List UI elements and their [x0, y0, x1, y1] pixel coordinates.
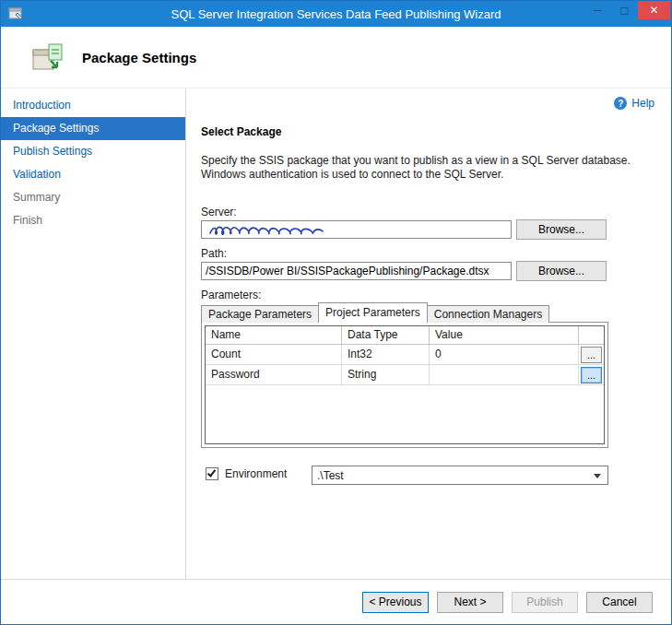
- column-header-name: Name: [206, 326, 342, 344]
- sidebar-item-summary: Summary: [1, 186, 185, 209]
- tab-package-parameters[interactable]: Package Parameters: [201, 305, 319, 323]
- sidebar-item-finish: Finish: [1, 209, 185, 232]
- window-title: SQL Server Integration Services Data Fee…: [1, 7, 671, 21]
- environment-label: Environment: [225, 467, 287, 480]
- wizard-steps-sidebar: Introduction Package Settings Publish Se…: [1, 88, 186, 579]
- server-input-field[interactable]: [202, 221, 511, 238]
- wizard-header: Package Settings: [1, 27, 671, 88]
- parameters-tabs: Package Parameters Project Parameters Co…: [201, 302, 548, 323]
- page-title: Package Settings: [82, 50, 196, 65]
- page-content: ? Help Select Package Specify the SSIS p…: [186, 88, 671, 579]
- param-value-ellipsis-button[interactable]: ...: [581, 347, 602, 363]
- section-description: Specify the SSIS package that you want t…: [201, 154, 643, 182]
- column-header-value: Value: [430, 326, 579, 344]
- help-link[interactable]: ? Help: [614, 97, 654, 110]
- sidebar-item-publish-settings[interactable]: Publish Settings: [1, 140, 185, 163]
- app-icon: [8, 6, 24, 21]
- path-browse-button[interactable]: Browse...: [516, 261, 607, 281]
- publish-button: Publish: [512, 592, 578, 613]
- window-controls: ─ □ ✕: [584, 1, 670, 19]
- parameters-tab-panel: Name Data Type Value Count Int32 0 ...: [201, 322, 608, 448]
- param-type-cell: Int32: [342, 345, 430, 364]
- cancel-button[interactable]: Cancel: [586, 592, 653, 613]
- title-bar: SQL Server Integration Services Data Fee…: [1, 1, 671, 27]
- package-settings-icon: [29, 39, 65, 76]
- server-browse-button[interactable]: Browse...: [516, 219, 607, 240]
- column-header-actions: [579, 326, 604, 344]
- tab-project-parameters[interactable]: Project Parameters: [318, 302, 428, 323]
- wizard-footer: < Previous Next > Publish Cancel: [1, 579, 671, 624]
- param-actions-cell: ...: [579, 365, 604, 384]
- environment-checkbox[interactable]: [206, 467, 218, 480]
- help-label: Help: [631, 97, 654, 110]
- column-header-data-type: Data Type: [342, 326, 430, 344]
- section-title: Select Package: [201, 125, 281, 138]
- param-value-cell[interactable]: 0: [430, 345, 579, 364]
- chevron-down-icon: [594, 474, 601, 478]
- environment-selected-value: .\Test: [317, 469, 344, 482]
- param-value-ellipsis-button[interactable]: ...: [581, 367, 602, 383]
- parameters-grid: Name Data Type Value Count Int32 0 ...: [205, 325, 605, 444]
- sidebar-item-package-settings[interactable]: Package Settings: [1, 117, 185, 140]
- sidebar-item-validation[interactable]: Validation: [1, 163, 185, 186]
- path-label: Path:: [201, 247, 227, 260]
- environment-select[interactable]: .\Test: [312, 466, 608, 485]
- grid-header-row: Name Data Type Value: [206, 326, 604, 345]
- param-value-cell[interactable]: [430, 365, 579, 384]
- server-label: Server:: [201, 206, 237, 218]
- table-row: Password String ...: [206, 365, 604, 385]
- param-name-cell: Count: [206, 345, 342, 364]
- next-button[interactable]: Next >: [437, 592, 503, 613]
- parameters-label: Parameters:: [201, 289, 261, 301]
- maximize-button[interactable]: □: [611, 1, 638, 19]
- path-input[interactable]: [201, 262, 512, 280]
- param-name-cell: Password: [206, 365, 342, 384]
- wizard-window: SQL Server Integration Services Data Fee…: [0, 0, 672, 625]
- wizard-body: Introduction Package Settings Publish Se…: [1, 88, 671, 579]
- previous-button[interactable]: < Previous: [362, 592, 429, 613]
- server-input[interactable]: [201, 220, 512, 239]
- checkmark-icon: [207, 467, 216, 477]
- param-actions-cell: ...: [579, 345, 604, 364]
- table-row: Count Int32 0 ...: [206, 345, 604, 365]
- tab-connection-managers[interactable]: Connection Managers: [427, 305, 549, 323]
- minimize-button[interactable]: ─: [584, 1, 611, 19]
- sidebar-item-introduction[interactable]: Introduction: [1, 94, 185, 117]
- param-type-cell: String: [342, 365, 430, 384]
- close-button[interactable]: ✕: [638, 1, 670, 19]
- help-icon: ?: [614, 97, 627, 110]
